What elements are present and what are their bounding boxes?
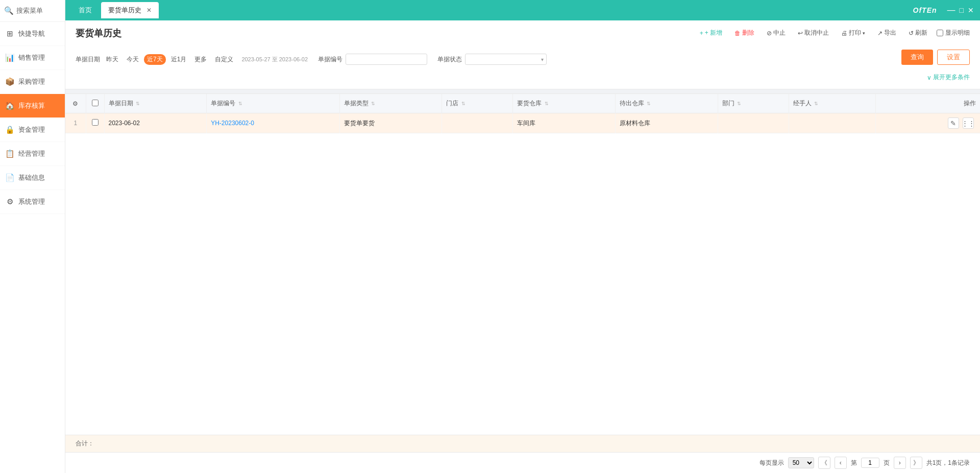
last-page-btn[interactable]: 》 (910, 457, 922, 469)
refresh-button[interactable]: ↺ 刷新 (905, 27, 930, 39)
search-menu[interactable]: 搜索菜单 (0, 0, 65, 22)
display-detail-label: 显示明细 (945, 29, 970, 37)
prev-page-btn[interactable]: ‹ (835, 457, 847, 469)
print-arrow-icon: ▾ (863, 31, 865, 36)
table-container: ⚙ 单据日期 ⇅ 单据编号 ⇅ (65, 93, 980, 435)
settings-icon[interactable]: ⚙ (72, 100, 78, 107)
minimize-btn[interactable]: — (947, 6, 955, 15)
display-detail-checkbox[interactable] (937, 30, 943, 36)
col-type-header[interactable]: 单据类型 ⇅ (339, 94, 442, 113)
sidebar-item-label: 基础信息 (18, 173, 45, 182)
sidebar-item-system[interactable]: ⚙ 系统管理 (0, 190, 65, 214)
content-area: 要货单历史 + + 新增 🗑 删除 ⊘ 中止 ↩ (65, 20, 980, 473)
sort-no-icon: ⇅ (238, 101, 242, 106)
search-menu-label: 搜索菜单 (16, 6, 43, 15)
current-page-input[interactable] (861, 458, 879, 468)
sort-store-icon: ⇅ (461, 101, 465, 106)
table-body: 1 2023-06-02 YH-20230602-0 要货单要货 车间库 原材料… (65, 113, 980, 133)
sidebar-item-label: 资金管理 (18, 125, 45, 134)
toolbar: + + 新增 🗑 删除 ⊘ 中止 ↩ 取消中止 (697, 27, 970, 39)
maximize-btn[interactable]: □ (960, 6, 964, 14)
page-title: 要货单历史 (76, 27, 121, 39)
export-label: 导出 (884, 29, 896, 37)
tab-home-label: 首页 (79, 6, 92, 15)
tab-close-icon[interactable]: ✕ (146, 7, 152, 14)
table-footer: 合计： (65, 435, 980, 452)
sort-type-icon: ⇅ (371, 101, 375, 106)
sidebar-item-finance[interactable]: 🔒 资金管理 (0, 118, 65, 142)
tab-requisition-history[interactable]: 要货单历史 ✕ (101, 2, 159, 18)
cancel-stop-button[interactable]: ↩ 取消中止 (795, 27, 832, 39)
logo-text: OfTEn (913, 6, 937, 14)
print-button[interactable]: 🖨 打印 ▾ (838, 27, 868, 39)
sort-date-icon: ⇅ (136, 101, 140, 106)
date-option-today[interactable]: 今天 (124, 54, 142, 65)
filter-row: 单据日期 昨天 今天 近7天 近1月 更多 自定义 2023-05-27 至 2… (76, 44, 970, 73)
date-filter-label: 单据日期 (76, 55, 100, 64)
sidebar-item-ops[interactable]: 📋 经营管理 (0, 142, 65, 166)
cancel-stop-label: 取消中止 (804, 29, 829, 37)
row-checkbox[interactable] (92, 119, 99, 126)
col-action-header: 操作 (875, 94, 980, 113)
col-dept-header[interactable]: 部门 ⇅ (718, 94, 789, 113)
row-no-link[interactable]: YH-20230602-0 (211, 120, 254, 127)
col-no-header[interactable]: 单据编号 ⇅ (207, 94, 339, 113)
status-select[interactable] (465, 54, 547, 65)
tab-requisition-label: 要货单历史 (108, 6, 141, 15)
order-no-input[interactable] (346, 54, 427, 65)
stop-icon: ⊘ (767, 30, 772, 37)
new-button[interactable]: + + 新增 (697, 27, 725, 39)
date-option-more[interactable]: 更多 (191, 54, 210, 65)
date-option-1month[interactable]: 近1月 (168, 54, 190, 65)
expand-more-btn[interactable]: ∨ 展开更多条件 (927, 73, 970, 86)
row-handler (789, 113, 875, 133)
row-more-btn[interactable]: ⋮⋮ (963, 117, 974, 129)
next-page-btn[interactable]: › (894, 457, 906, 469)
col-check (86, 94, 104, 113)
col-handler-header[interactable]: 经手人 ⇅ (789, 94, 875, 113)
col-pending-warehouse-header[interactable]: 待出仓库 ⇅ (616, 94, 718, 113)
sidebar-item-base[interactable]: 📄 基础信息 (0, 166, 65, 190)
delete-button[interactable]: 🗑 删除 (731, 27, 757, 39)
sidebar-item-inventory[interactable]: 🏠 库存核算 (0, 94, 65, 118)
col-date-header[interactable]: 单据日期 ⇅ (104, 94, 207, 113)
stop-button[interactable]: ⊘ 中止 (764, 27, 789, 39)
expand-more-icon: ∨ (927, 74, 932, 81)
col-req-warehouse-header[interactable]: 要货仓库 ⇅ (513, 94, 616, 113)
filter-date-group: 单据日期 昨天 今天 近7天 近1月 更多 自定义 2023-05-27 至 2… (76, 54, 308, 65)
print-label: 打印 (849, 29, 861, 37)
display-detail-toggle[interactable]: 显示明细 (937, 29, 970, 37)
tab-home[interactable]: 首页 (71, 2, 99, 18)
page-unit: 页 (884, 459, 890, 467)
sidebar-item-label: 销售管理 (18, 53, 45, 62)
setting-button[interactable]: 设置 (937, 50, 970, 65)
close-btn[interactable]: ✕ (968, 6, 974, 14)
sidebar-item-sales[interactable]: 📊 销售管理 (0, 46, 65, 70)
refresh-label: 刷新 (915, 29, 927, 37)
col-settings[interactable]: ⚙ (65, 94, 86, 113)
sidebar-item-quick-nav[interactable]: ⊞ 快捷导航 (0, 22, 65, 46)
row-edit-btn[interactable]: ✎ (948, 117, 959, 129)
table-row: 1 2023-06-02 YH-20230602-0 要货单要货 车间库 原材料… (65, 113, 980, 133)
date-option-yesterday[interactable]: 昨天 (103, 54, 121, 65)
new-label: + 新增 (705, 29, 722, 37)
query-button[interactable]: 查询 (901, 50, 933, 65)
col-store-header[interactable]: 门店 ⇅ (442, 94, 513, 113)
base-icon: 📄 (5, 173, 14, 182)
sidebar-item-purchase[interactable]: 📦 采购管理 (0, 70, 65, 94)
row-date: 2023-06-02 (104, 113, 207, 133)
check-all-checkbox[interactable] (92, 100, 99, 106)
status-select-wrap: ▾ (465, 54, 547, 65)
page-size-select[interactable]: 50 20 100 (788, 457, 814, 468)
sidebar-item-label: 系统管理 (18, 197, 45, 206)
row-req-warehouse: 车间库 (513, 113, 616, 133)
date-option-custom[interactable]: 自定义 (212, 54, 236, 65)
sidebar: 搜索菜单 ⊞ 快捷导航 📊 销售管理 📦 采购管理 🏠 库存核算 🔒 资金管理 … (0, 0, 65, 473)
row-pending-warehouse: 原材料仓库 (616, 113, 718, 133)
date-option-7days[interactable]: 近7天 (144, 54, 166, 65)
first-page-btn[interactable]: 《 (818, 457, 830, 469)
inventory-icon: 🏠 (5, 101, 14, 110)
row-dept (718, 113, 789, 133)
sidebar-item-label: 经营管理 (18, 149, 45, 158)
export-button[interactable]: ↗ 导出 (874, 27, 899, 39)
